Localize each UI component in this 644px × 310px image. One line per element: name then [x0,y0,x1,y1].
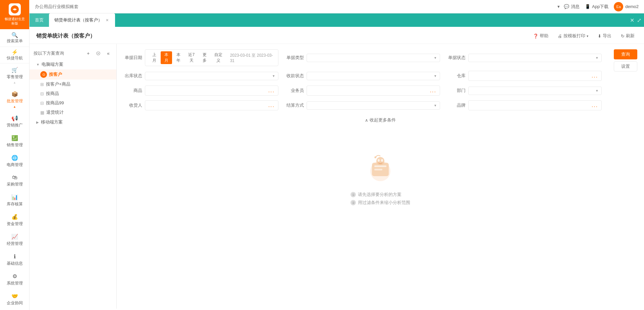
collapse-bar[interactable]: ∧ 收起更多条件 [123,114,637,126]
brand-input[interactable]: ... [468,100,602,110]
department-select[interactable]: ▾ [468,87,602,95]
help-btn[interactable]: ❓ 帮助 [530,32,551,40]
sidebar-item-marketing[interactable]: 📢 营销推广 [0,112,29,132]
payment-method-label: 结算方式 [285,102,304,108]
salesperson-dots[interactable]: ... [430,88,436,94]
date-buttons: 上月 本月 本年 近7天 更多 自定义 [149,51,226,64]
sidebar-item-finance[interactable]: 💰 资金管理 [0,210,29,230]
inventory-label: 库存核算 [7,201,23,207]
tab-home[interactable]: 首页 [30,13,49,27]
date-range-text: 2023-03-01 至 2023-03-31 [230,53,275,63]
refresh-btn[interactable]: ↻ 刷新 [618,32,637,40]
sidebar-item-ecommerce[interactable]: 🌐 电商管理 [0,151,29,171]
sidebar-item-sales[interactable]: 💹 销售管理 [0,132,29,151]
out-status-arrow: ▾ [273,74,275,78]
goods-dots[interactable]: ... [268,88,275,94]
consignee-label: 收货人 [123,102,142,108]
tab-close-icon[interactable]: ✕ [104,17,110,23]
item-icon-1: ⊞ [40,82,44,87]
system-label: 系统管理 [7,280,23,286]
tab-maximize-btn[interactable]: ⤢ [637,17,641,23]
collapse-panel-btn[interactable]: « [104,49,112,57]
salesperson-input[interactable]: ... [307,86,440,96]
add-scheme-btn[interactable]: + [84,49,92,57]
payment-method-arrow: ▾ [434,103,436,108]
payment-status-arrow: ▾ [434,74,436,78]
sidebar-item-search[interactable]: 🔍 搜索菜单 [0,29,29,47]
brand-dots[interactable]: ... [592,102,598,108]
export-label: 导出 [603,33,611,39]
item-icon-3: ⊟ [40,101,44,106]
sidebar-item-inventory[interactable]: 📊 库存核算 [0,191,29,210]
svg-point-8 [381,159,383,162]
tree-item-return-stat[interactable]: ▦ 退货统计 [30,108,116,117]
tree-desktop-section[interactable]: ▼ 电脑端方案 [30,59,116,69]
tab-sales-stat[interactable]: 销货单统计表（按客户） ✕ [49,13,115,27]
page-title: 销货单统计表（按客户） [36,33,95,40]
svg-rect-5 [374,169,382,170]
tab-close-btn[interactable]: ✕ [630,17,634,23]
consignee-dots[interactable]: ... [268,102,275,108]
topbar-actions: 💬 消息 📱 App下载 Ea demo2 [564,2,639,11]
date-btn-this-month[interactable]: 本月 [161,51,172,64]
edit-scheme-btn[interactable] [94,49,102,57]
sidebar-item-purchase[interactable]: 🛍 采购管理 [0,171,29,191]
date-btn-last-7[interactable]: 近7天 [185,51,198,64]
filter-item-payment-status: 收款状态 ▾ [285,72,440,80]
print-dropdown-icon: ▾ [587,34,588,38]
message-label: 消息 [571,4,580,10]
warehouse-label: 仓库 [447,73,466,79]
filter-wrapper: 单据日期 上月 本月 本年 近7天 更多 自定义 [123,49,637,113]
out-status-select[interactable]: ▾ [145,72,278,80]
sidebar-item-wholesale[interactable]: 📦 批发管理 ▲ [0,88,29,112]
sidebar-item-retail[interactable]: 🛒 零售管理 ▲ [0,63,29,88]
warehouse-dots[interactable]: ... [592,73,598,79]
panel-header-actions: + « [84,49,112,57]
date-btn-this-year[interactable]: 本年 [173,51,184,64]
date-btn-last-month[interactable]: 上月 [149,51,160,64]
filter-main: 单据日期 上月 本月 本年 近7天 更多 自定义 [123,49,602,113]
date-btn-custom[interactable]: 自定义 [211,51,226,64]
app-logo[interactable]: 畅捷通好生意 标版 [0,0,29,29]
consignee-input[interactable]: ... [145,100,278,110]
wholesale-label: 批发管理 [7,98,23,104]
item-icon-2: ⊟ [40,91,44,96]
sidebar-item-operations[interactable]: 📈 经营管理 [0,230,29,250]
logo-icon [9,3,21,15]
payment-method-select[interactable]: ▾ [307,101,440,110]
tree-item-by-goods-99[interactable]: ⊟ 按商品99 [30,98,116,108]
tree-mobile-section[interactable]: ▶ 移动端方案 [30,117,116,127]
order-status-select[interactable]: ▾ [468,54,602,62]
tab-sales-stat-label: 销货单统计表（按客户） [54,17,102,23]
tree-item-by-customer-goods[interactable]: ⊞ 按客户+商品 [30,80,116,89]
filter-item-date: 单据日期 上月 本月 本年 近7天 更多 自定义 [123,49,278,66]
settings-button[interactable]: 设置 [614,61,637,71]
sidebar-search-label: 搜索菜单 [2,38,28,44]
sidebar-item-basic[interactable]: ℹ 基础信息 [0,250,29,270]
date-btn-more[interactable]: 更多 [199,51,210,64]
action-column: 查询 设置 [608,49,637,71]
date-control[interactable]: 上月 本月 本年 近7天 更多 自定义 2023-03-01 至 2023-03… [145,49,278,66]
tree-item-by-customer[interactable]: ⊙ 按客户 [30,69,116,80]
export-btn[interactable]: ⬇ 导出 [595,32,614,40]
logo-subtext: 标版 [11,21,18,26]
warehouse-input[interactable]: ... [468,71,602,81]
empty-illustration [360,146,400,186]
sidebar-item-system[interactable]: ⚙ 系统管理 [0,270,29,290]
tabbar-controls: ✕ ⤢ [630,17,644,23]
expand-icon: ▼ [36,63,40,66]
message-action[interactable]: 💬 消息 [564,4,580,10]
order-type-select[interactable]: ▾ [307,54,440,62]
goods-input[interactable]: ... [145,86,278,96]
filter-row-2: 出库状态 ▾ 收款状态 ▾ [123,71,602,81]
user-profile[interactable]: Ea demo2 [614,2,639,11]
industry-dropdown[interactable]: ▾ [557,4,560,9]
tree-item-by-goods[interactable]: ⊟ 按商品 [30,89,116,98]
print-btn[interactable]: 🖨 按模板打印 ▾ [555,32,591,40]
payment-status-select[interactable]: ▾ [307,72,440,80]
app-download-action[interactable]: 📱 App下载 [585,4,608,10]
sidebar-item-enterprise[interactable]: 🤝 企业协同 [0,290,29,309]
sidebar-item-quicknav[interactable]: ⚡ 快捷导航 [0,47,29,63]
query-button[interactable]: 查询 [614,49,637,59]
refresh-icon: ↻ [621,34,625,39]
